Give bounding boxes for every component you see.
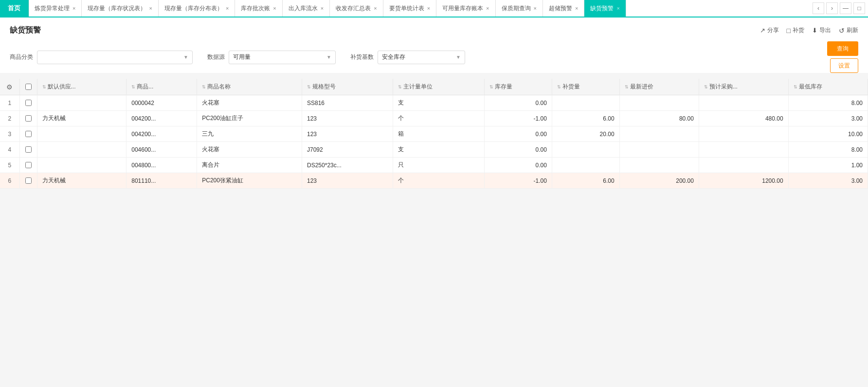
refresh-label: 刷新 bbox=[847, 26, 858, 35]
col-replenish-label: 补货量 bbox=[562, 83, 580, 91]
tab-close-order-stat[interactable]: × bbox=[427, 5, 430, 11]
row-unit: 个 bbox=[393, 111, 485, 126]
col-unit-label: 主计量单位 bbox=[403, 83, 433, 91]
col-header-stock[interactable]: ⇅ 库存量 bbox=[485, 79, 552, 95]
row-checkbox[interactable] bbox=[25, 162, 32, 168]
row-min-stock: 8.00 bbox=[788, 142, 868, 158]
category-select[interactable]: ▼ bbox=[37, 51, 193, 64]
refresh-action[interactable]: ↺ 刷新 bbox=[839, 26, 858, 35]
settings-button[interactable]: 设置 bbox=[830, 58, 858, 73]
tab-close-abnormal[interactable]: × bbox=[72, 5, 75, 11]
row-unit: 个 bbox=[393, 173, 485, 189]
filter-datasource-group: 数据源 可用量 ▼ bbox=[207, 51, 336, 64]
tab-close-receive[interactable]: × bbox=[374, 5, 377, 11]
filter-row: 商品分类 ▼ 数据源 可用量 ▼ 补货基数 安全库存 ▼ 查询 设置 bbox=[10, 41, 858, 73]
tab-bar: 首页 炼货异常处理×现存量（库存状况表）×现存量（库存分布表）×库存批次账×出入… bbox=[0, 0, 868, 18]
export-label: 导出 bbox=[819, 26, 831, 35]
tab-item-receive[interactable]: 收发存汇总表× bbox=[330, 0, 383, 17]
row-index: 2 bbox=[0, 111, 19, 126]
page-title: 缺货预警 bbox=[10, 25, 41, 35]
row-supplier bbox=[37, 95, 127, 111]
tab-close-expiry[interactable]: × bbox=[534, 5, 537, 11]
col-header-est-purchase[interactable]: ⇅ 预计采购... bbox=[699, 79, 788, 95]
row-latest-price bbox=[619, 158, 699, 173]
tab-item-stock-status[interactable]: 现存量（库存状况表）× bbox=[82, 0, 158, 17]
col-header-goods-name[interactable]: ⇅ 商品名称 bbox=[197, 79, 302, 95]
tab-minimize-btn[interactable]: — bbox=[840, 2, 851, 14]
tab-label: 现存量（库存状况表） bbox=[88, 4, 146, 13]
refresh-icon: ↺ bbox=[839, 27, 845, 35]
datasource-select[interactable]: 可用量 ▼ bbox=[229, 51, 336, 64]
tab-maximize-btn[interactable]: □ bbox=[853, 2, 865, 14]
col-header-supplier[interactable]: ⇅ 默认供应... bbox=[37, 79, 127, 95]
category-select-arrow: ▼ bbox=[183, 54, 188, 60]
col-header-settings[interactable]: ⚙ bbox=[0, 79, 19, 95]
row-spec: SS816 bbox=[302, 95, 393, 111]
row-est-purchase: 480.00 bbox=[699, 111, 788, 126]
col-header-spec[interactable]: ⇅ 规格型号 bbox=[302, 79, 393, 95]
row-spec: 123 bbox=[302, 173, 393, 189]
row-checkbox[interactable] bbox=[25, 146, 32, 153]
tab-close-batch[interactable]: × bbox=[273, 5, 276, 11]
row-unit: 支 bbox=[393, 95, 485, 111]
row-index: 4 bbox=[0, 142, 19, 158]
col-name-label: 商品名称 bbox=[207, 83, 231, 91]
tab-item-available[interactable]: 可用量库存账本× bbox=[436, 0, 495, 17]
share-action[interactable]: ↗ 分享 bbox=[760, 26, 779, 35]
col-header-replenish-qty[interactable]: ⇅ 补货量 bbox=[552, 79, 619, 95]
sort-unit-icon: ⇅ bbox=[398, 85, 402, 89]
row-goods-code: 801110... bbox=[127, 173, 197, 189]
tab-item-shortage[interactable]: 缺货预警× bbox=[584, 0, 626, 17]
row-checkbox[interactable] bbox=[25, 100, 32, 106]
col-code-label: 商品... bbox=[137, 83, 153, 91]
row-stock: 0.00 bbox=[485, 158, 552, 173]
row-est-purchase bbox=[699, 126, 788, 142]
row-supplier bbox=[37, 126, 127, 142]
query-button[interactable]: 查询 bbox=[827, 41, 858, 56]
col-header-min-stock[interactable]: ⇅ 最低库存 bbox=[788, 79, 868, 95]
select-all-checkbox[interactable] bbox=[25, 84, 32, 90]
col-header-goods-code[interactable]: ⇅ 商品... bbox=[127, 79, 197, 95]
row-min-stock: 3.00 bbox=[788, 173, 868, 189]
filter-replenish-group: 补货基数 安全库存 ▼ bbox=[350, 51, 465, 64]
row-checkbox[interactable] bbox=[25, 177, 32, 184]
col-header-latest-price[interactable]: ⇅ 最新进价 bbox=[619, 79, 699, 95]
replenish-label: 补货 bbox=[793, 26, 804, 35]
tab-label: 缺货预警 bbox=[590, 4, 614, 13]
tab-close-inout[interactable]: × bbox=[321, 5, 324, 11]
tab-close-stock-status[interactable]: × bbox=[149, 5, 152, 11]
replenish-action[interactable]: □ 补货 bbox=[787, 26, 804, 35]
row-checkbox-cell bbox=[19, 142, 37, 158]
replenish-base-select[interactable]: 安全库存 ▼ bbox=[378, 51, 465, 64]
col-header-checkbox[interactable] bbox=[19, 79, 37, 95]
row-goods-name: PC200张紧油缸 bbox=[197, 173, 302, 189]
row-checkbox[interactable] bbox=[25, 131, 32, 137]
tab-next-btn[interactable]: › bbox=[826, 2, 838, 14]
col-stock-label: 库存量 bbox=[495, 83, 512, 91]
tab-prev-btn[interactable]: ‹ bbox=[813, 2, 824, 14]
col-min-label: 最低库存 bbox=[799, 83, 822, 91]
sort-supplier-icon: ⇅ bbox=[42, 85, 46, 89]
row-spec: 123 bbox=[302, 126, 393, 142]
row-stock: 0.00 bbox=[485, 142, 552, 158]
tab-close-overstock[interactable]: × bbox=[575, 5, 578, 11]
row-index: 6 bbox=[0, 173, 19, 189]
row-replenish-qty: 6.00 bbox=[552, 111, 619, 126]
col-header-unit[interactable]: ⇅ 主计量单位 bbox=[393, 79, 485, 95]
row-min-stock: 10.00 bbox=[788, 126, 868, 142]
export-action[interactable]: ⬇ 导出 bbox=[812, 26, 831, 35]
tab-item-abnormal[interactable]: 炼货异常处理× bbox=[29, 0, 82, 17]
tab-home[interactable]: 首页 bbox=[0, 0, 29, 17]
tab-item-overstock[interactable]: 超储预警× bbox=[543, 0, 584, 17]
row-min-stock: 8.00 bbox=[788, 95, 868, 111]
row-checkbox[interactable] bbox=[25, 115, 32, 122]
tab-close-available[interactable]: × bbox=[486, 5, 489, 11]
tab-close-stock-dist[interactable]: × bbox=[226, 5, 229, 11]
row-replenish-qty bbox=[552, 95, 619, 111]
tab-item-order-stat[interactable]: 要货单统计表× bbox=[383, 0, 436, 17]
tab-item-inout[interactable]: 出入库流水× bbox=[283, 0, 330, 17]
tab-item-stock-dist[interactable]: 现存量（库存分布表）× bbox=[159, 0, 235, 17]
tab-item-expiry[interactable]: 保质期查询× bbox=[496, 0, 543, 17]
tab-item-batch[interactable]: 库存批次账× bbox=[235, 0, 282, 17]
tab-close-shortage[interactable]: × bbox=[616, 5, 619, 11]
